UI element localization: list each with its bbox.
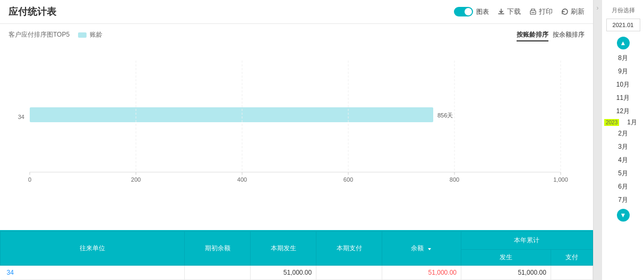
year-marker-row: 2023 1月 — [602, 118, 644, 127]
col-unit: 往来单位 — [1, 232, 185, 266]
legend-color-box — [78, 32, 87, 38]
data-table: 往来单位 期初余额 本期发生 本期支付 余额 本年累计 发生 支付 — [0, 231, 593, 280]
cell-unit: 34 — [1, 266, 185, 280]
col-ytd-payment: 支付 — [551, 250, 593, 266]
cell-current-payment — [316, 266, 382, 280]
sidebar-month-12[interactable]: 12月 — [602, 105, 644, 118]
sidebar-month-6[interactable]: 6月 — [602, 180, 644, 193]
chart-legend: 客户应付排序图TOP5 账龄 — [8, 30, 585, 39]
cell-current-occurred: 51,000.00 — [251, 266, 316, 280]
legend-text: 客户应付排序图TOP5 — [8, 30, 70, 39]
legend-color-label: 账龄 — [90, 30, 102, 39]
col-current-occurred: 本期发生 — [251, 232, 316, 266]
sidebar-down-arrow[interactable]: ▼ — [617, 209, 630, 222]
cell-ytd-payment — [551, 266, 593, 280]
sidebar-year-input[interactable] — [606, 19, 640, 31]
download-button[interactable]: 下载 — [497, 7, 521, 16]
table-row: 34 51,000.00 51,000.00 51,000.00 — [1, 266, 593, 280]
print-icon — [529, 8, 537, 15]
sort-tabs: 按账龄排序 按余额排序 — [517, 30, 585, 41]
svg-text:600: 600 — [344, 176, 353, 183]
svg-text:856天: 856天 — [437, 112, 453, 118]
collapse-icon: › — [597, 4, 599, 12]
svg-text:200: 200 — [131, 176, 141, 183]
header-actions: 图表 下载 打印 刷新 — [454, 7, 585, 16]
svg-text:800: 800 — [450, 176, 459, 183]
cell-period-balance — [185, 266, 251, 280]
chart-toggle-wrap: 图表 — [454, 7, 489, 16]
chart-toggle-label: 图表 — [476, 7, 489, 16]
sidebar-title: 月份选择 — [607, 4, 639, 16]
sidebar: 月份选择 ▲ 8月 9月 10月 11月 12月 2023 1月 2月 3月 4… — [602, 0, 644, 280]
sort-tab-balance[interactable]: 按余额排序 — [553, 30, 585, 41]
col-balance: 余额 — [382, 232, 461, 266]
sidebar-month-1[interactable]: 1月 — [620, 118, 644, 127]
svg-text:400: 400 — [237, 176, 247, 183]
unit-link[interactable]: 34 — [7, 269, 14, 276]
download-icon — [497, 8, 505, 15]
svg-text:34: 34 — [18, 114, 24, 120]
sidebar-month-4[interactable]: 4月 — [602, 154, 644, 167]
sidebar-month-7[interactable]: 7月 — [602, 193, 644, 207]
chart-svg: 34 856天 0 200 400 600 800 1 — [8, 45, 585, 193]
sidebar-month-5[interactable]: 5月 — [602, 167, 644, 180]
print-button[interactable]: 打印 — [529, 7, 553, 16]
sort-icon — [427, 246, 432, 251]
cell-balance: 51,000.00 — [382, 266, 461, 280]
svg-text:1,000: 1,000 — [553, 176, 568, 183]
collapse-panel[interactable]: › — [593, 0, 602, 280]
sort-tab-age[interactable]: 按账龄排序 — [517, 30, 548, 41]
chart-area: 客户应付排序图TOP5 账龄 按账龄排序 按余额排序 34 856天 — [0, 24, 593, 230]
page-header: 应付统计表 图表 下载 打印 — [0, 0, 593, 24]
sidebar-month-10[interactable]: 10月 — [602, 78, 644, 91]
refresh-button[interactable]: 刷新 — [561, 7, 585, 16]
svg-text:0: 0 — [28, 176, 31, 183]
sidebar-month-9[interactable]: 9月 — [602, 65, 644, 78]
legend-item-color: 账龄 — [78, 30, 102, 39]
svg-marker-23 — [428, 248, 431, 250]
table-body: 34 51,000.00 51,000.00 51,000.00 — [1, 266, 593, 280]
page-title: 应付统计表 — [8, 5, 56, 18]
col-ytd-occurred: 发生 — [461, 250, 551, 266]
cell-ytd-occurred: 51,000.00 — [461, 266, 551, 280]
year-marker: 2023 — [604, 119, 619, 126]
table-header-row: 往来单位 期初余额 本期发生 本期支付 余额 本年累计 — [1, 232, 593, 250]
col-period-balance: 期初余额 — [185, 232, 251, 266]
sidebar-month-8[interactable]: 8月 — [602, 52, 644, 65]
sidebar-month-3[interactable]: 3月 — [602, 140, 644, 154]
bar-chart-svg: 34 856天 0 200 400 600 800 1 — [8, 45, 571, 193]
sidebar-month-2[interactable]: 2月 — [602, 127, 644, 140]
data-table-wrap: 往来单位 期初余额 本期发生 本期支付 余额 本年累计 发生 支付 — [0, 230, 593, 280]
refresh-icon — [561, 8, 569, 15]
sidebar-up-arrow[interactable]: ▲ — [617, 37, 630, 49]
svg-rect-3 — [30, 107, 433, 122]
chart-toggle[interactable] — [454, 7, 473, 16]
col-ytd: 本年累计 — [461, 232, 593, 250]
svg-rect-1 — [531, 12, 535, 13]
col-current-payment: 本期支付 — [316, 232, 382, 266]
sidebar-month-11[interactable]: 11月 — [602, 91, 644, 105]
